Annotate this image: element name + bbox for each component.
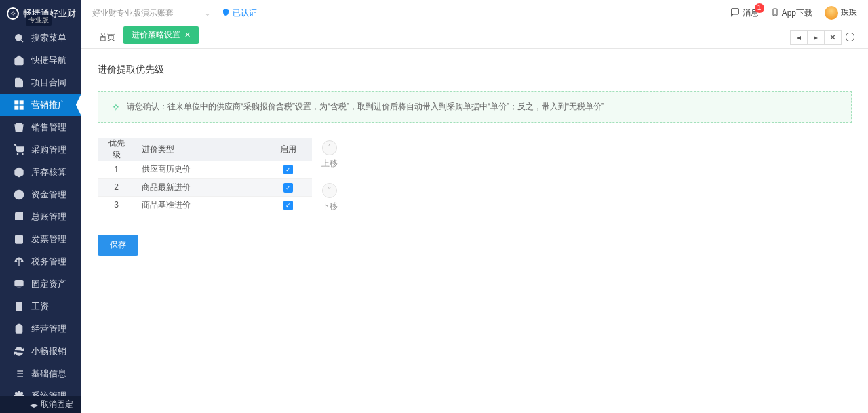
sidebar-item-2[interactable]: 项目合同 xyxy=(0,71,81,94)
priority-table: 优先级 进价类型 启用 1 供应商历史价 ✓ 2 商品最新进价 ✓ 3 商品基准… xyxy=(98,138,312,214)
sidebar-item-3[interactable]: 营销推广 xyxy=(0,94,81,116)
move-up-button[interactable]: ˄ xyxy=(322,140,337,155)
message-badge: 1 xyxy=(755,3,764,13)
table-row[interactable]: 2 商品最新进价 ✓ xyxy=(98,178,312,196)
verified-badge: 已认证 xyxy=(222,7,257,19)
tab-label: 进价策略设置 xyxy=(132,29,180,41)
bag-icon xyxy=(14,122,24,133)
table-row[interactable]: 1 供应商历史价 ✓ xyxy=(98,161,312,178)
sidebar-item-label: 资金管理 xyxy=(31,189,66,201)
cell-type: 供应商历史价 xyxy=(135,161,264,178)
search-icon xyxy=(14,33,24,43)
sidebar-item-label: 系统管理 xyxy=(31,390,66,397)
cell-rank: 1 xyxy=(98,161,135,178)
tab-controls: ◂ ▸ ✕ ⛶ xyxy=(791,30,859,45)
sidebar-pin-toggle[interactable]: ◂▸ 取消固定 xyxy=(0,396,81,413)
sidebar-item-label: 营销推广 xyxy=(31,99,66,111)
sidebar-item-label: 固定资产 xyxy=(31,278,66,290)
checkbox-checked-icon[interactable]: ✓ xyxy=(283,183,293,193)
tab-prev-button[interactable]: ◂ xyxy=(790,30,808,45)
grid-icon xyxy=(14,100,24,111)
avatar xyxy=(825,6,838,20)
gear-icon xyxy=(14,391,24,397)
sidebar-item-label: 基础信息 xyxy=(31,368,66,380)
user-menu[interactable]: 珠珠 xyxy=(825,6,857,20)
sidebar-item-label: 发票管理 xyxy=(31,233,66,245)
messages-button[interactable]: 消息 1 xyxy=(730,7,759,19)
alert-text: 请您确认：往来单位中的供应商“采购报价含税”设置，为“含税”，取到进价后将自动带… xyxy=(127,101,604,113)
cell-rank: 2 xyxy=(98,178,135,196)
org-name: 好业财专业版演示账套 xyxy=(92,7,174,19)
sidebar-item-8[interactable]: 总账管理 xyxy=(0,205,81,228)
sidebar-item-12[interactable]: 工资 xyxy=(0,295,81,317)
cell-type: 商品基准进价 xyxy=(135,196,264,214)
table-header-row: 优先级 进价类型 启用 xyxy=(98,138,312,161)
sidebar-item-10[interactable]: 税务管理 xyxy=(0,250,81,273)
sidebar-item-11[interactable]: 固定资产 xyxy=(0,273,81,295)
sidebar-item-1[interactable]: 快捷导航 xyxy=(0,49,81,71)
col-priority: 优先级 xyxy=(98,138,135,161)
home-icon xyxy=(14,55,24,66)
doc-icon xyxy=(14,77,24,88)
col-enable: 启用 xyxy=(264,138,312,161)
svg-point-0 xyxy=(16,34,22,40)
sidebar-item-0[interactable]: 搜索菜单 xyxy=(0,26,81,49)
brand-edition: 专业版 xyxy=(26,15,52,26)
sidebar-item-label: 总账管理 xyxy=(31,211,66,223)
move-down-label: 下移 xyxy=(321,201,338,212)
move-down-button[interactable]: ˅ xyxy=(322,183,337,198)
checkbox-checked-icon[interactable]: ✓ xyxy=(283,201,293,210)
checkbox-checked-icon[interactable]: ✓ xyxy=(283,165,293,174)
svg-rect-14 xyxy=(16,302,22,311)
cell-enable: ✓ xyxy=(264,178,312,196)
save-button[interactable]: 保存 xyxy=(98,235,138,256)
sidebar-item-16[interactable]: 系统管理 xyxy=(0,385,81,396)
info-alert: ✧ 请您确认：往来单位中的供应商“采购报价含税”设置，为“含税”，取到进价后将自… xyxy=(98,91,852,123)
svg-rect-4 xyxy=(20,106,23,109)
tab-0[interactable]: 首页 xyxy=(91,26,123,49)
cart-icon xyxy=(14,144,24,155)
sidebar-item-6[interactable]: 库存核算 xyxy=(0,161,81,183)
phone-icon xyxy=(771,7,779,19)
close-icon[interactable]: ✕ xyxy=(184,31,191,39)
sidebar-item-label: 税务管理 xyxy=(31,256,66,268)
move-controls: ˄ 上移 ˅ 下移 xyxy=(321,140,338,212)
sidebar-item-15[interactable]: 基础信息 xyxy=(0,362,81,385)
sidebar-item-13[interactable]: 经营管理 xyxy=(0,317,81,340)
message-icon xyxy=(730,7,740,19)
sidebar-item-9[interactable]: 发票管理 xyxy=(0,228,81,250)
header-bar: 好业财专业版演示账套 ⌄ 已认证 消息 1 App下载 珠珠 xyxy=(81,0,868,26)
sidebar-item-7[interactable]: 资金管理 xyxy=(0,183,81,205)
user-name: 珠珠 xyxy=(841,7,857,19)
screen-icon xyxy=(14,279,24,290)
tab-1[interactable]: 进价策略设置✕ xyxy=(123,26,199,44)
download-button[interactable]: App下载 xyxy=(771,7,812,19)
page-content: 进价提取优先级 ✧ 请您确认：往来单位中的供应商“采购报价含税”设置，为“含税”… xyxy=(81,49,868,413)
logo-icon: ✧ xyxy=(7,7,19,20)
sidebar-item-label: 工资 xyxy=(31,300,49,313)
tab-bar: 首页进价策略设置✕ ◂ ▸ ✕ ⛶ xyxy=(81,26,868,49)
tab-close-all-button[interactable]: ✕ xyxy=(824,30,842,45)
table-row[interactable]: 3 商品基准进价 ✓ xyxy=(98,196,312,214)
cell-enable: ✓ xyxy=(264,196,312,214)
box-icon xyxy=(14,167,24,178)
book-icon xyxy=(14,212,24,222)
fullscreen-button[interactable]: ⛶ xyxy=(841,30,859,45)
svg-rect-5 xyxy=(15,106,18,109)
refresh-icon xyxy=(14,346,24,357)
sidebar-nav: 搜索菜单 快捷导航 项目合同 营销推广 销售管理 采购管理 库存核算 资金管理 … xyxy=(0,26,81,396)
sidebar-item-4[interactable]: 销售管理 xyxy=(0,116,81,138)
sparkle-icon: ✧ xyxy=(112,102,120,113)
brand-logo: ✧ 畅捷通好业财 专业版 xyxy=(0,0,81,26)
sidebar-item-label: 快捷导航 xyxy=(31,54,66,66)
priority-table-area: 优先级 进价类型 启用 1 供应商历史价 ✓ 2 商品最新进价 ✓ 3 商品基准… xyxy=(98,138,852,214)
sidebar-item-14[interactable]: 小畅报销 xyxy=(0,340,81,362)
sidebar-item-label: 采购管理 xyxy=(31,144,66,156)
org-selector[interactable]: 好业财专业版演示账套 ⌄ xyxy=(92,7,211,19)
tab-next-button[interactable]: ▸ xyxy=(807,30,825,45)
sidebar-item-5[interactable]: 采购管理 xyxy=(0,138,81,161)
svg-point-6 xyxy=(17,153,18,154)
page-title: 进价提取优先级 xyxy=(98,64,852,76)
sidebar: ✧ 畅捷通好业财 专业版 搜索菜单 快捷导航 项目合同 营销推广 销售管理 采购… xyxy=(0,0,81,413)
cell-type: 商品最新进价 xyxy=(135,178,264,196)
